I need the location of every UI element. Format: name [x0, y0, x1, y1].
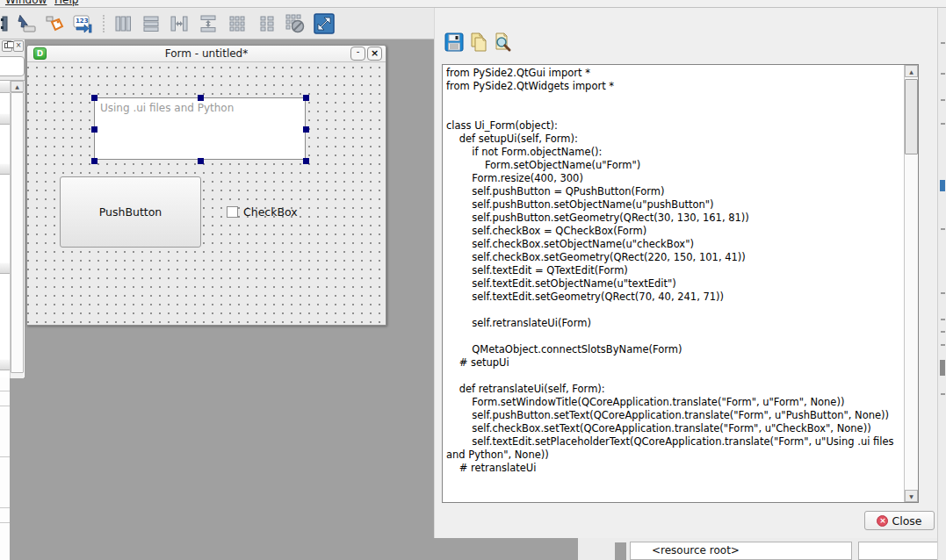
widget-category-bar[interactable]: [0, 262, 10, 274]
scrollbar-thumb[interactable]: [905, 79, 918, 154]
layout-grid-button[interactable]: [226, 11, 249, 35]
scroll-down-icon[interactable]: ▼: [905, 490, 918, 502]
float-icon: [4, 43, 10, 48]
widget-box-panel: × ▲: [0, 39, 25, 377]
layout-form-icon: [257, 14, 277, 33]
resource-files-list[interactable]: [858, 542, 941, 560]
break-layout-button[interactable]: [284, 11, 307, 35]
adjust-size-button[interactable]: [313, 11, 336, 35]
dock-close-button[interactable]: ×: [13, 40, 24, 52]
row-divider: [0, 406, 10, 406]
code-view[interactable]: from PySide2.QtGui import * from PySide2…: [442, 64, 919, 503]
selection-handle[interactable]: [303, 126, 309, 133]
selection-handle[interactable]: [91, 95, 97, 101]
code-preview-text[interactable]: from PySide2.QtGui import * from PySide2…: [446, 67, 904, 500]
copy-icon: [468, 32, 489, 53]
textedit-widget[interactable]: Using .ui files and Python: [94, 97, 306, 160]
layout-splitter-vertical-button[interactable]: [197, 11, 220, 35]
right-panel-sliver: [937, 8, 946, 560]
layout-horizontal-icon: [113, 14, 133, 33]
toolbar-separator: [103, 15, 105, 32]
panel-corner: [615, 542, 626, 560]
find-button[interactable]: [491, 32, 512, 53]
close-circle-icon: ×: [877, 515, 888, 527]
edit-tab-order-button[interactable]: 123: [71, 11, 94, 35]
selection-handle[interactable]: [91, 126, 97, 133]
menu-help[interactable]: Help: [54, 0, 78, 6]
edit-signals-slots-icon: [17, 14, 36, 33]
selection-handle[interactable]: [198, 158, 204, 164]
tree-mark: [941, 228, 945, 230]
form-canvas[interactable]: Using .ui files and Python PushButton Ch…: [27, 62, 386, 325]
row-mark: [940, 360, 945, 376]
edit-buddies-icon: [45, 14, 64, 33]
edit-buddies-button[interactable]: [43, 11, 66, 35]
save-icon: [444, 32, 465, 53]
widget-filter-input[interactable]: [0, 56, 25, 76]
tree-mark: [941, 393, 945, 395]
row-divider: [0, 507, 10, 508]
resource-tree[interactable]: <resource root>: [630, 542, 852, 560]
edit-tab-order-icon: 123: [72, 13, 93, 34]
form-minimize-button[interactable]: -: [350, 47, 365, 61]
widget-category-bar[interactable]: [0, 113, 10, 125]
edit-widgets-icon: [0, 14, 11, 33]
layout-splitter-vertical-icon: [199, 14, 218, 33]
widget-category-bar[interactable]: [0, 359, 10, 370]
main-toolbar: 123: [0, 9, 434, 39]
row-divider: [0, 456, 10, 457]
close-button-label: Close: [892, 514, 921, 528]
selection-handle[interactable]: [303, 95, 309, 101]
menu-bar: Window Help: [0, 0, 946, 8]
tree-mark: [941, 99, 945, 101]
menu-window[interactable]: Window: [5, 0, 47, 6]
edit-signals-slots-button[interactable]: [15, 11, 38, 35]
tree-mark: [941, 331, 945, 333]
layout-horizontal-button[interactable]: [112, 11, 134, 35]
row-divider: [0, 522, 10, 523]
checkbox-widget[interactable]: [227, 206, 238, 218]
layout-form-button[interactable]: [256, 11, 278, 35]
qt-designer-screen: Window Help 123: [0, 0, 946, 560]
tree-mark: [941, 42, 945, 44]
textedit-placeholder: Using .ui files and Python: [100, 102, 234, 114]
widget-box-scrollbar[interactable]: ▲: [10, 81, 24, 378]
widget-box-list[interactable]: ▲: [0, 80, 25, 377]
widget-category-bar[interactable]: [0, 82, 10, 93]
layout-vertical-icon: [141, 14, 161, 33]
scroll-up-icon[interactable]: ▲: [11, 81, 24, 92]
resource-browser-panel: <resource root>: [578, 538, 946, 560]
layout-splitter-horizontal-button[interactable]: [168, 11, 191, 35]
close-icon: ×: [16, 41, 22, 49]
selection-handle[interactable]: [198, 95, 204, 101]
close-dialog-button[interactable]: × Close: [864, 511, 935, 530]
widget-category-bar[interactable]: [0, 163, 10, 175]
selected-row-mark: [940, 180, 945, 191]
row-divider: [0, 391, 10, 391]
form-close-button[interactable]: ×: [367, 47, 382, 61]
scrollbar-thumb[interactable]: [11, 92, 24, 373]
tree-mark: [941, 73, 945, 75]
tree-mark: [941, 344, 945, 346]
tree-mark: [941, 319, 945, 320]
code-scrollbar[interactable]: ▲ ▼: [904, 65, 918, 502]
layout-grid-icon: [227, 14, 247, 33]
edit-widgets-button[interactable]: [0, 11, 13, 35]
selection-handle[interactable]: [91, 158, 97, 164]
form-window-titlebar[interactable]: D Form - untitled* - ×: [27, 46, 386, 62]
tree-mark: [941, 292, 945, 294]
copy-button[interactable]: [468, 32, 489, 53]
checkbox-label[interactable]: CheckBox: [243, 205, 298, 219]
scroll-up-icon[interactable]: ▲: [905, 65, 918, 77]
pushbutton-widget[interactable]: PushButton: [60, 176, 201, 248]
adjust-size-icon: [313, 12, 336, 35]
form-designer-window: D Form - untitled* - × Using .ui files a…: [26, 45, 386, 326]
save-button[interactable]: [444, 32, 465, 53]
svg-text:123: 123: [76, 18, 89, 25]
dock-float-button[interactable]: [2, 40, 12, 52]
code-preview-dialog: from PySide2.QtGui import * from PySide2…: [434, 8, 937, 538]
resource-root-item[interactable]: <resource root>: [652, 544, 740, 556]
layout-vertical-button[interactable]: [140, 11, 162, 35]
form-window-title: Form - untitled*: [27, 47, 386, 60]
selection-handle[interactable]: [303, 158, 309, 164]
